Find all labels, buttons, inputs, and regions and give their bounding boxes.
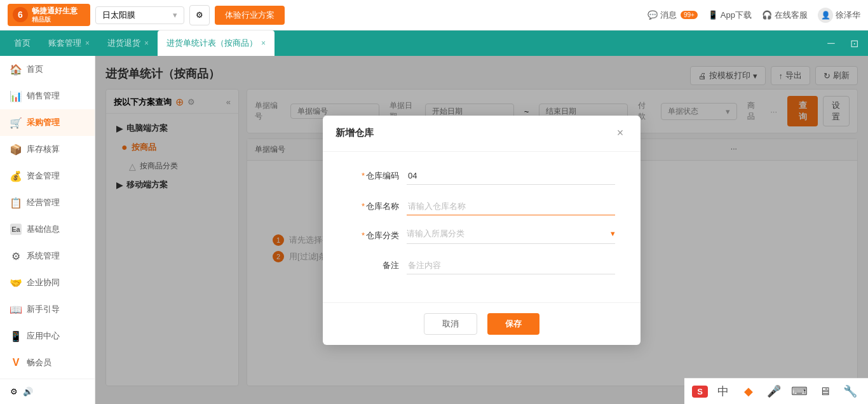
purchase-icon: 🛒 <box>10 117 22 128</box>
sidebar-item-home[interactable]: 🏠 首页 <box>0 56 95 83</box>
sidebar-label-app: 应用中心 <box>27 330 60 342</box>
system-icon: ⚙ <box>10 250 22 262</box>
sidebar-item-system[interactable]: ⚙ 系统管理 <box>0 243 95 269</box>
save-button[interactable]: 保存 <box>487 313 539 335</box>
online-service-btn[interactable]: 🎧 在线客服 <box>762 10 808 21</box>
tab-purchase-stat[interactable]: 进货单统计表（按商品） × <box>158 30 275 56</box>
dialog-body: *仓库编码 *仓库名称 *仓库分类 <box>323 152 641 302</box>
settings-icon-btn[interactable]: ⚙ <box>189 5 210 25</box>
tab-purchase-stat-close[interactable]: × <box>261 39 266 48</box>
form-label-code: *仓库编码 <box>348 170 399 182</box>
sidebar-label-operation: 经营管理 <box>27 197 60 208</box>
warehouse-name-input[interactable] <box>407 198 615 215</box>
form-label-category: *仓库分类 <box>348 230 399 241</box>
required-star-category: * <box>362 231 365 240</box>
sidebar-item-guide[interactable]: 📖 新手引导 <box>0 296 95 323</box>
app-icon: 📱 <box>10 330 22 342</box>
settings-bottom-icon[interactable]: ⚙ <box>10 387 18 396</box>
modal-overlay: 新增仓库 × *仓库编码 *仓库名称 <box>95 56 868 404</box>
sidebar: 🏠 首页 📊 销售管理 🛒 采购管理 📦 库存核算 💰 资金管理 📋 经营管理 … <box>0 56 95 404</box>
gear-icon: ⚙ <box>196 10 203 20</box>
basic-icon: Ea <box>10 224 22 235</box>
category-select-wrapper[interactable]: 请输入所属分类 ▾ <box>407 228 615 244</box>
required-star-code: * <box>362 171 365 180</box>
sidebar-item-purchase[interactable]: 🛒 采购管理 <box>0 109 95 136</box>
store-name: 日太阳膜 <box>102 10 135 21</box>
sidebar-label-stock: 库存核算 <box>27 144 60 155</box>
user-profile-btn[interactable]: 👤 徐泽华 <box>818 8 860 23</box>
messages-btn[interactable]: 💬 消息 99+ <box>648 10 698 21</box>
dialog-title: 新增仓库 <box>336 127 374 139</box>
s-logo: S <box>692 386 708 398</box>
enterprise-icon: 🤝 <box>10 277 22 288</box>
user-name: 徐泽华 <box>836 10 860 21</box>
tools-icon[interactable]: 🔧 <box>840 381 860 401</box>
trial-button[interactable]: 体验行业方案 <box>215 6 285 25</box>
diamond-icon[interactable]: ◆ <box>738 381 759 401</box>
main-layout: 🏠 首页 📊 销售管理 🛒 采购管理 📦 库存核算 💰 资金管理 📋 经营管理 … <box>0 56 868 404</box>
sidebar-item-basic[interactable]: Ea 基础信息 <box>0 216 95 243</box>
sidebar-label-enterprise: 企业协同 <box>27 277 60 288</box>
sidebar-label-guide: 新手引导 <box>27 304 60 315</box>
message-icon: 💬 <box>648 10 658 20</box>
app-download-label: App下载 <box>721 10 752 21</box>
form-label-remark: 备注 <box>348 260 399 271</box>
sidebar-item-enterprise[interactable]: 🤝 企业协同 <box>0 269 95 296</box>
cancel-button[interactable]: 取消 <box>424 313 477 335</box>
volume-icon[interactable]: 🔊 <box>23 387 33 396</box>
tab-expand-icon[interactable]: ⊡ <box>845 34 863 52</box>
chevron-down-icon: ▾ <box>173 10 177 20</box>
logo-text: 畅捷通好生意 <box>32 6 78 15</box>
tab-purchase-return-close[interactable]: × <box>144 39 149 48</box>
tab-home-label: 首页 <box>14 37 31 49</box>
category-placeholder: 请输入所属分类 <box>407 228 465 239</box>
dialog-close-icon[interactable]: × <box>613 126 628 141</box>
new-warehouse-dialog: 新增仓库 × *仓库编码 *仓库名称 <box>323 116 641 345</box>
sidebar-label-basic: 基础信息 <box>27 224 60 235</box>
sidebar-item-sales[interactable]: 📊 销售管理 <box>0 83 95 109</box>
remark-input[interactable] <box>407 257 615 274</box>
sidebar-item-operation[interactable]: 📋 经营管理 <box>0 189 95 216</box>
stock-icon: 📦 <box>10 144 22 155</box>
sidebar-item-stock[interactable]: 📦 库存核算 <box>0 136 95 163</box>
logo-icon: 6 <box>13 7 28 22</box>
category-chevron-icon: ▾ <box>611 229 615 238</box>
logo-sub: 精品版 <box>32 16 78 24</box>
phone-icon: 📱 <box>708 10 718 20</box>
sidebar-item-app[interactable]: 📱 应用中心 <box>0 323 95 349</box>
sales-icon: 📊 <box>10 90 22 102</box>
form-label-name: *仓库名称 <box>348 201 399 212</box>
monitor-icon[interactable]: 🖥 <box>815 381 835 401</box>
sidebar-bottom: ⚙ 🔊 <box>0 379 95 404</box>
store-selector[interactable]: 日太阳膜 ▾ <box>95 6 184 24</box>
chinese-input-icon[interactable]: 中 <box>713 381 733 401</box>
vip-icon: V <box>10 357 22 368</box>
app-download-btn[interactable]: 📱 App下载 <box>708 10 752 21</box>
tab-purchase-return[interactable]: 进货退货 × <box>98 30 158 56</box>
sidebar-label-system: 系统管理 <box>27 250 60 262</box>
sidebar-label-home: 首页 <box>27 64 43 75</box>
form-row-remark: 备注 <box>348 257 615 274</box>
header-right: 💬 消息 99+ 📱 App下载 🎧 在线客服 👤 徐泽华 <box>648 8 860 23</box>
logo-area: 6 畅捷通好生意 精品版 <box>8 4 90 25</box>
tab-account-close[interactable]: × <box>85 39 90 48</box>
keyboard-icon[interactable]: ⌨ <box>789 381 810 401</box>
tab-home[interactable]: 首页 <box>5 30 39 56</box>
tab-account[interactable]: 账套管理 × <box>39 30 98 56</box>
tab-minimize-icon[interactable]: ─ <box>822 34 840 52</box>
online-service-label: 在线客服 <box>775 10 808 21</box>
finance-icon: 💰 <box>10 170 22 182</box>
microphone-icon[interactable]: 🎤 <box>764 381 784 401</box>
s-logo-text: S <box>697 387 703 396</box>
sidebar-label-vip: 畅会员 <box>27 357 51 368</box>
dialog-footer: 取消 保存 <box>323 302 641 345</box>
sidebar-item-vip[interactable]: V 畅会员 <box>0 349 95 376</box>
home-icon: 🏠 <box>10 64 22 75</box>
warehouse-code-input[interactable] <box>407 167 615 185</box>
dialog-header: 新增仓库 × <box>323 116 641 152</box>
top-header: 6 畅捷通好生意 精品版 日太阳膜 ▾ ⚙ 体验行业方案 💬 消息 99+ 📱 … <box>0 0 868 30</box>
sidebar-item-finance[interactable]: 💰 资金管理 <box>0 163 95 189</box>
form-row-code: *仓库编码 <box>348 167 615 185</box>
sidebar-label-finance: 资金管理 <box>27 170 60 182</box>
tab-right-icons: ─ ⊡ <box>822 34 863 52</box>
